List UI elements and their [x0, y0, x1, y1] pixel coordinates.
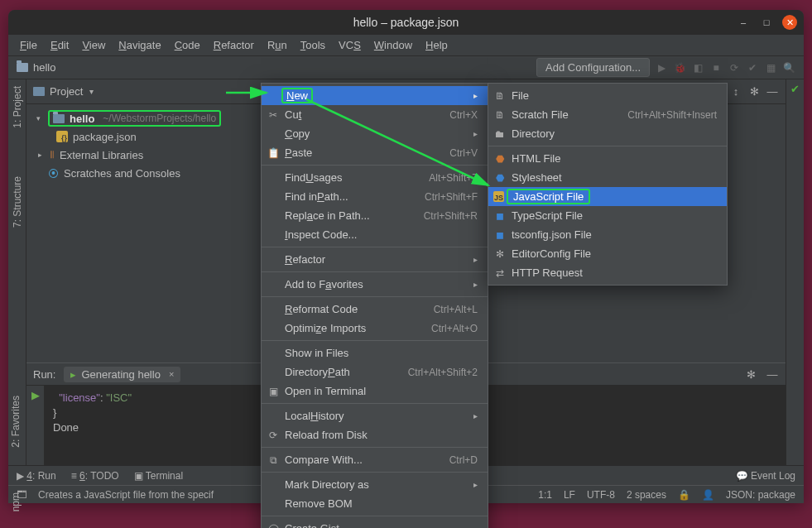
status-encoding[interactable]: UTF-8	[587, 489, 615, 501]
js-file-icon: JS	[493, 191, 507, 202]
ctx-cut[interactable]: ✂CutCtrl+X	[262, 105, 488, 124]
status-indent[interactable]: 2 spaces	[627, 489, 666, 501]
structure-icon[interactable]: ▦	[764, 61, 777, 74]
html-file-icon: ⬣	[493, 153, 507, 165]
tab-npm[interactable]: npm	[8, 489, 23, 515]
run-icon[interactable]: ▶	[655, 61, 668, 74]
menu-code[interactable]: Code	[170, 37, 205, 53]
menu-refactor[interactable]: Refactor	[209, 37, 259, 53]
ctx-find-usages[interactable]: Find UsagesAlt+Shift+7	[262, 168, 488, 187]
menu-file[interactable]: File	[15, 37, 42, 53]
run-tab[interactable]: ▸ Generating hello ×	[64, 367, 180, 382]
coverage-icon[interactable]: ◧	[691, 61, 704, 74]
menu-view[interactable]: View	[77, 37, 110, 53]
menu-tools[interactable]: Tools	[295, 37, 330, 53]
bottom-todo-tab[interactable]: ≡ 6: TODO	[71, 470, 119, 482]
sub-stylesheet[interactable]: ⬣Stylesheet	[488, 168, 727, 187]
tab-structure[interactable]: 7: Structure	[10, 173, 25, 231]
sub-http-request[interactable]: ⇄HTTP Request	[488, 263, 727, 282]
tree-expand-icon[interactable]: ▸	[38, 151, 45, 159]
sub-html-file[interactable]: ⬣HTML File	[488, 149, 727, 168]
ctx-compare-with[interactable]: ⧉Compare With...Ctrl+D	[262, 450, 488, 469]
ctx-reload-disk[interactable]: ⟳Reload from Disk	[262, 425, 488, 444]
project-icon	[33, 87, 45, 96]
ctx-new[interactable]: New▸	[262, 86, 488, 105]
project-tool-title: Project	[50, 85, 83, 98]
menu-window[interactable]: Window	[369, 37, 417, 53]
tab-favorites[interactable]: 2: Favorites	[8, 392, 23, 451]
status-line-endings[interactable]: LF	[564, 489, 575, 501]
http-icon: ⇄	[493, 267, 507, 279]
menu-help[interactable]: Help	[420, 37, 453, 53]
tree-external-libs-label: External Libraries	[60, 149, 143, 161]
ctx-replace-in-path[interactable]: Replace in Path...Ctrl+Shift+R	[262, 206, 488, 225]
menu-vcs[interactable]: VCS	[334, 37, 366, 53]
tree-file-label: package.json	[73, 131, 137, 143]
settings-icon[interactable]: ✻	[744, 367, 757, 381]
ctx-inspect-code[interactable]: Inspect Code...	[262, 225, 488, 244]
sub-javascript-file[interactable]: JS JavaScript File	[488, 187, 727, 206]
collapse-icon[interactable]: ✻	[747, 85, 761, 98]
ctx-paste[interactable]: 📋PasteCtrl+V	[262, 143, 488, 162]
sub-tsconfig-file[interactable]: ◼tsconfig.json File	[488, 225, 727, 244]
run-tab-label: Generating hello	[81, 368, 160, 381]
sub-typescript-file[interactable]: ◼TypeScript File	[488, 206, 727, 225]
ctx-refactor[interactable]: Refactor▸	[262, 250, 488, 269]
ctx-show-in-files[interactable]: Show in Files	[262, 343, 488, 362]
update-project-icon[interactable]: ⟳	[728, 61, 741, 74]
breadcrumb[interactable]: hello	[33, 61, 55, 74]
tree-root-label: hello	[70, 113, 94, 125]
hide-icon[interactable]: —	[766, 85, 779, 98]
ctx-directory-path[interactable]: Directory PathCtrl+Alt+Shift+2	[262, 362, 488, 382]
menu-navigate[interactable]: Navigate	[113, 37, 166, 53]
stop-icon[interactable]: ■	[709, 61, 723, 74]
event-log-button[interactable]: 💬 Event Log	[736, 470, 795, 482]
analysis-ok-icon[interactable]: ✔	[790, 83, 800, 95]
sub-editorconfig-file[interactable]: ✻EditorConfig File	[488, 244, 727, 263]
menu-run[interactable]: Run	[262, 37, 292, 53]
close-button[interactable]: ✕	[782, 15, 797, 30]
file-icon: 🗎	[493, 90, 507, 102]
tsconfig-icon: ◼	[493, 229, 507, 241]
commit-icon[interactable]: ✔	[746, 61, 759, 74]
menu-edit[interactable]: Edit	[46, 37, 74, 53]
css-file-icon: ⬣	[493, 172, 507, 184]
ctx-remove-bom[interactable]: Remove BOM	[262, 494, 488, 513]
ctx-create-gist[interactable]: ◯Create Gist...	[262, 519, 488, 528]
navigation-bar: hello Add Configuration... ▶ 🐞 ◧ ■ ⟳ ✔ ▦…	[8, 56, 804, 79]
ctx-reformat-code[interactable]: Reformat CodeCtrl+Alt+L	[262, 300, 488, 319]
debug-icon[interactable]: 🐞	[673, 61, 686, 74]
sub-directory[interactable]: 🖿Directory	[488, 124, 727, 143]
inspector-icon[interactable]: 👤	[702, 489, 714, 501]
ctx-local-history[interactable]: Local History▸	[262, 406, 488, 425]
tree-expand-icon[interactable]: ▾	[36, 114, 43, 122]
menubar: File Edit View Navigate Code Refactor Ru…	[8, 35, 804, 56]
paste-icon: 📋	[267, 147, 280, 159]
rerun-icon[interactable]: ▶	[31, 389, 40, 401]
ctx-optimize-imports[interactable]: Optimize ImportsCtrl+Alt+O	[262, 319, 488, 338]
new-submenu: 🗎File 🗎Scratch FileCtrl+Alt+Shift+Insert…	[488, 83, 728, 286]
search-icon[interactable]: 🔍	[782, 61, 795, 74]
sub-scratch-file[interactable]: 🗎Scratch FileCtrl+Alt+Shift+Insert	[488, 105, 727, 124]
lock-icon[interactable]: 🔒	[678, 489, 690, 501]
library-icon: ⫴	[50, 148, 55, 161]
minimize-button[interactable]: –	[736, 15, 751, 30]
ctx-mark-directory[interactable]: Mark Directory as▸	[262, 475, 488, 494]
chevron-down-icon[interactable]: ▾	[89, 87, 94, 96]
ctx-find-in-path[interactable]: Find in Path...Ctrl+Shift+F	[262, 187, 488, 206]
maximize-button[interactable]: □	[759, 15, 774, 30]
sub-file[interactable]: 🗎File	[488, 86, 727, 105]
status-schema[interactable]: JSON: package	[726, 489, 795, 501]
ctx-open-terminal[interactable]: ▣Open in Terminal	[262, 382, 488, 401]
run-triangle-icon: ▸	[70, 368, 76, 381]
hide-icon[interactable]: —	[766, 367, 779, 381]
close-tab-icon[interactable]: ×	[169, 369, 174, 379]
add-configuration-button[interactable]: Add Configuration...	[536, 58, 650, 77]
tab-project[interactable]: 1: Project	[10, 83, 25, 132]
json-file-icon: {}	[56, 131, 68, 142]
status-position[interactable]: 1:1	[538, 489, 552, 501]
ctx-add-favorites[interactable]: Add to Favorites▸	[262, 275, 488, 294]
expand-all-icon[interactable]: ↕	[729, 85, 742, 98]
ctx-copy[interactable]: Copy▸	[262, 124, 488, 143]
bottom-terminal-tab[interactable]: ▣ Terminal	[134, 470, 183, 482]
